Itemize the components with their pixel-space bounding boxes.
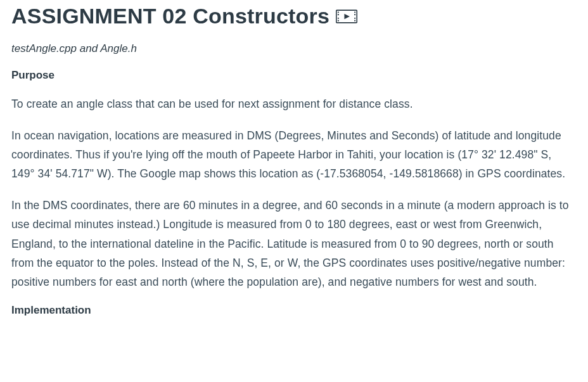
purpose-intro: To create an angle class that can be use…	[11, 94, 577, 113]
svg-point-6	[354, 14, 355, 15]
video-icon[interactable]	[336, 10, 357, 23]
implementation-heading: Implementation	[11, 304, 577, 317]
document-page: ASSIGNMENT 02 Constructors testAngle.cpp…	[0, 0, 588, 317]
purpose-heading: Purpose	[11, 69, 577, 82]
svg-point-4	[338, 20, 339, 21]
svg-point-1	[338, 11, 339, 13]
svg-point-7	[354, 17, 355, 18]
svg-point-3	[338, 17, 339, 18]
subtitle-files: testAngle.cpp and Angle.h	[11, 42, 577, 55]
svg-point-5	[354, 11, 355, 13]
paragraph-ocean-nav: In ocean navigation, locations are measu…	[11, 126, 577, 183]
title-text: ASSIGNMENT 02 Constructors	[11, 4, 329, 29]
page-title: ASSIGNMENT 02 Constructors	[11, 4, 577, 29]
svg-point-8	[354, 20, 355, 21]
paragraph-dms: In the DMS coordinates, there are 60 min…	[11, 196, 577, 291]
svg-marker-9	[345, 13, 350, 19]
svg-point-2	[338, 14, 339, 15]
